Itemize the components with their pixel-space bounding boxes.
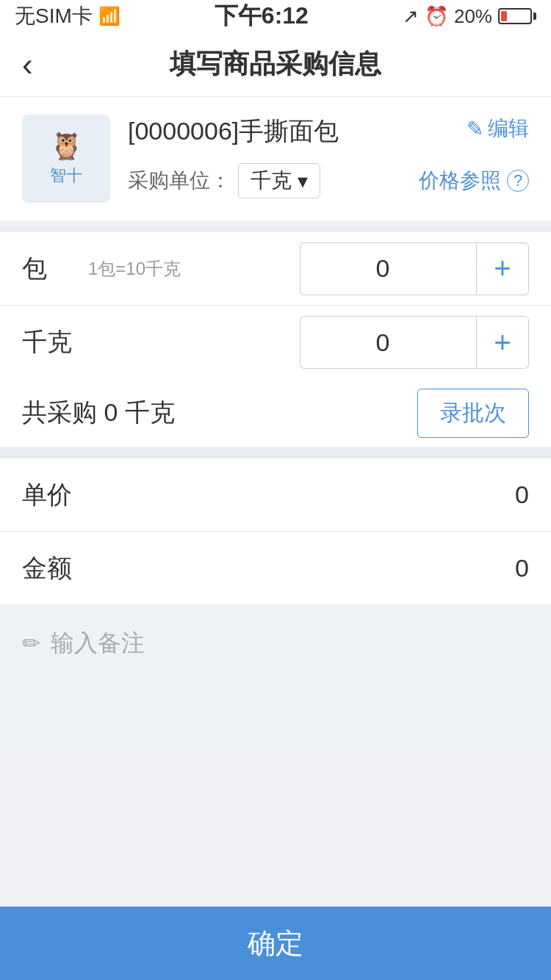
location-icon: ↗ bbox=[403, 5, 419, 28]
carrier-text: 无SIM卡 bbox=[15, 2, 93, 30]
kg-label: 千克 bbox=[22, 325, 81, 359]
owl-icon: 🦉 bbox=[50, 131, 83, 162]
unit-price-row: 单价 0 bbox=[0, 458, 551, 532]
section-divider-1 bbox=[0, 226, 551, 232]
wifi-icon: 📶 bbox=[98, 6, 120, 26]
amount-value: 0 bbox=[515, 554, 529, 583]
content-spacer bbox=[0, 752, 551, 855]
confirm-label: 确定 bbox=[248, 925, 303, 962]
status-right: ↗ ⏰ 20% bbox=[403, 5, 536, 28]
note-placeholder[interactable]: 输入备注 bbox=[51, 627, 145, 660]
pack-input[interactable] bbox=[300, 242, 476, 295]
product-name: [0000006]手撕面包 bbox=[128, 115, 339, 148]
unit-label: 采购单位： 千克 ▾ bbox=[128, 163, 320, 198]
status-bar: 无SIM卡 📶 下午6:12 ↗ ⏰ 20% bbox=[0, 0, 551, 32]
battery-percent: 20% bbox=[454, 5, 492, 28]
kg-plus-button[interactable]: + bbox=[476, 316, 529, 369]
pack-label: 包 bbox=[22, 252, 81, 286]
pack-input-row: 包 1包=10千克 + bbox=[0, 232, 551, 306]
product-info: [0000006]手撕面包 ✎ 编辑 采购单位： 千克 ▾ 价格参照 ? bbox=[128, 115, 529, 198]
product-meta: 采购单位： 千克 ▾ 价格参照 ? bbox=[128, 163, 529, 198]
section-divider-2 bbox=[0, 453, 551, 458]
battery-indicator bbox=[498, 8, 536, 24]
total-row: 共采购 0 千克 录批次 bbox=[0, 379, 551, 453]
edit-button[interactable]: ✎ 编辑 bbox=[467, 115, 529, 143]
status-time: 下午6:12 bbox=[215, 0, 309, 32]
back-button[interactable]: ‹ bbox=[22, 48, 33, 81]
total-text: 共采购 0 千克 bbox=[22, 396, 417, 430]
pencil-icon: ✏ bbox=[22, 630, 40, 656]
alarm-icon: ⏰ bbox=[425, 5, 448, 28]
kg-input-row: 千克 + bbox=[0, 306, 551, 379]
unit-select[interactable]: 千克 ▾ bbox=[238, 163, 320, 198]
info-section: 单价 0 金额 0 bbox=[0, 458, 551, 605]
note-section[interactable]: ✏ 输入备注 bbox=[0, 605, 551, 752]
page-title: 填写商品采购信息 bbox=[170, 46, 381, 82]
dropdown-arrow: ▾ bbox=[298, 169, 308, 193]
amount-label: 金额 bbox=[22, 552, 515, 586]
pack-plus-button[interactable]: + bbox=[476, 242, 529, 295]
kg-input-right: + bbox=[300, 316, 529, 369]
price-ref-button[interactable]: 价格参照 ? bbox=[419, 167, 529, 195]
product-card: 🦉 智十 [0000006]手撕面包 ✎ 编辑 采购单位： 千克 ▾ 价格参照 bbox=[0, 97, 551, 226]
amount-row: 金额 0 bbox=[0, 532, 551, 605]
pack-input-right: + bbox=[300, 242, 529, 295]
product-name-row: [0000006]手撕面包 ✎ 编辑 bbox=[128, 115, 529, 148]
kg-input[interactable] bbox=[300, 316, 476, 369]
nav-bar: ‹ 填写商品采购信息 bbox=[0, 32, 551, 97]
status-left: 无SIM卡 📶 bbox=[15, 2, 120, 30]
brand-text: 智十 bbox=[50, 165, 82, 187]
product-image: 🦉 智十 bbox=[22, 115, 110, 203]
edit-icon: ✎ bbox=[467, 117, 483, 141]
pack-sublabel: 1包=10千克 bbox=[88, 257, 181, 281]
info-icon: ? bbox=[507, 170, 529, 192]
unit-price-label: 单价 bbox=[22, 478, 515, 512]
unit-price-value: 0 bbox=[515, 480, 529, 509]
confirm-button[interactable]: 确定 bbox=[0, 907, 551, 980]
record-batch-button[interactable]: 录批次 bbox=[417, 389, 529, 438]
input-section: 包 1包=10千克 + 千克 + bbox=[0, 232, 551, 379]
